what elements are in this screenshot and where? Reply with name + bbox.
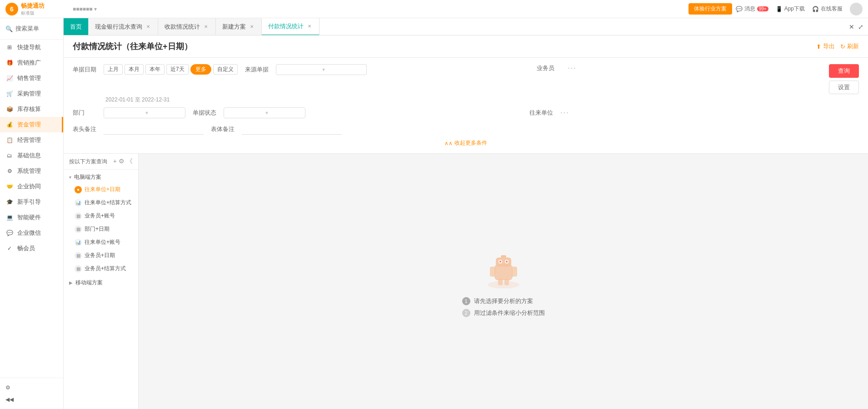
collapse-more-button[interactable]: ∧∧ 收起更多条件 — [73, 139, 859, 147]
scheme-item-agent-account[interactable]: ▦ 业务员+账号 — [64, 209, 138, 222]
voucher-status-select[interactable]: ▾ — [224, 107, 305, 118]
date-7days[interactable]: 近7天 — [166, 64, 189, 75]
sidebar-item-label: 采购管理 — [17, 90, 41, 98]
sidebar-item-purchase[interactable]: 🛒 采购管理 — [0, 86, 63, 101]
tab-new-plan-close[interactable]: ✕ — [249, 24, 255, 30]
sidebar-item-label: 畅会员 — [17, 244, 35, 252]
counterpart-label: 往来单位 — [529, 109, 557, 117]
mobile-scheme-group: ▶ 移动端方案 — [64, 275, 138, 288]
empty-illustration — [481, 246, 526, 292]
messages-badge: 99+ — [757, 6, 768, 11]
setting-button[interactable]: 设置 — [829, 81, 859, 94]
collapse-label: 收起更多条件 — [454, 139, 487, 147]
sidebar-item-weixin[interactable]: 💬 企业微信 — [0, 225, 63, 241]
scheme-item-agent-settlement[interactable]: ▦ 业务员+结算方式 — [64, 262, 138, 275]
scheme-collapse-icon[interactable]: 《 — [126, 157, 133, 166]
sidebar-item-basic-info[interactable]: 🗂 基础信息 — [0, 148, 63, 163]
table-head-note-input[interactable] — [104, 124, 204, 135]
tab-new-plan-label: 新建方案 — [222, 23, 246, 31]
empty-steps: 1 请先选择要分析的方案 2 用过滤条件来缩小分析范围 — [462, 297, 545, 317]
scheme-item-counterpart-date[interactable]: ● 往来单位+日期 — [64, 183, 138, 196]
logo-area: 6 畅捷通坊 标准版 — [5, 2, 69, 16]
sidebar-item-marketing[interactable]: 🎁 营销推广 — [0, 55, 63, 71]
scheme-item-agent-date[interactable]: ▦ 业务员+日期 — [64, 249, 138, 262]
sidebar-item-hardware[interactable]: 💻 智能硬件 — [0, 210, 63, 225]
scheme-group-desktop-header[interactable]: ▾ 电脑端方案 — [64, 170, 138, 183]
search-icon: 🔍 — [5, 25, 13, 32]
search-menu[interactable]: 🔍 搜索菜单 — [0, 22, 63, 35]
tab-bank-close[interactable]: ✕ — [145, 24, 151, 30]
app-download-button[interactable]: 📱 App下载 — [776, 5, 805, 13]
sidebar-item-operations[interactable]: 📋 经营管理 — [0, 132, 63, 148]
refresh-button[interactable]: ↻ 刷新 — [840, 42, 859, 50]
scheme-item-counterpart-settlement[interactable]: 📊 往来单位+结算方式 — [64, 196, 138, 209]
counterpart-dots[interactable]: ··· — [560, 109, 569, 117]
scheme-add-icon[interactable]: + — [113, 157, 117, 166]
sidebar-item-sales[interactable]: 📈 销售管理 — [0, 71, 63, 86]
sidebar-item-label: 销售管理 — [17, 74, 41, 82]
query-button[interactable]: 查询 — [829, 64, 859, 78]
mobile-group-label: 移动端方案 — [75, 279, 103, 287]
sidebar-item-quick-nav[interactable]: ⊞ 快捷导航 — [0, 40, 63, 55]
sidebar-item-label: 经营管理 — [17, 136, 41, 144]
tab-bank[interactable]: 现金银行流水查询 ✕ — [89, 18, 158, 35]
close-window-icon[interactable]: ✕ — [849, 23, 854, 30]
agent-dots[interactable]: ··· — [568, 64, 576, 72]
sidebar-top: 🔍 搜索菜单 — [0, 18, 63, 40]
sidebar-item-label: 资金管理 — [17, 121, 41, 129]
service-icon: 🎧 — [812, 6, 819, 12]
desktop-group-chevron: ▾ — [69, 175, 71, 180]
sidebar-item-label: 系统管理 — [17, 167, 41, 175]
svg-point-8 — [506, 261, 508, 263]
refresh-label: 刷新 — [847, 42, 859, 50]
maximize-icon[interactable]: ⤢ — [858, 23, 863, 30]
dept-select[interactable]: ▾ — [104, 107, 185, 118]
date-this-month[interactable]: 本月 — [125, 64, 144, 75]
app-download-label: App下载 — [784, 5, 805, 13]
date-last-month[interactable]: 上月 — [104, 64, 123, 75]
sidebar-item-collab[interactable]: 🤝 企业协同 — [0, 179, 63, 194]
date-more[interactable]: 更多 — [190, 64, 211, 75]
experience-button[interactable]: 体验行业方案 — [688, 3, 732, 15]
messages-button[interactable]: 💬 消息 99+ — [736, 5, 768, 13]
logo-name: 畅捷通坊 — [21, 2, 45, 10]
sidebar-item-label: 企业微信 — [17, 229, 41, 237]
tab-payments-close[interactable]: ✕ — [306, 23, 313, 30]
sidebar-item-member[interactable]: ✓ 畅会员 — [0, 241, 63, 256]
table-body-note-input[interactable] — [242, 124, 342, 135]
sidebar-collapse[interactable]: ◀◀ — [0, 394, 63, 405]
collab-icon: 🤝 — [5, 182, 14, 191]
tab-new-plan[interactable]: 新建方案 ✕ — [216, 18, 262, 35]
tab-home[interactable]: 首页 — [64, 18, 89, 35]
sidebar-item-inventory[interactable]: 📦 库存核算 — [0, 101, 63, 117]
svg-rect-4 — [496, 258, 511, 267]
sidebar-item-finance[interactable]: 💰 资金管理 — [0, 117, 63, 132]
desktop-scheme-group: ▾ 电脑端方案 ● 往来单位+日期 📊 往来单位+结算方式 ▦ 业务员+账号 — [64, 170, 138, 275]
scheme-item-dept-date[interactable]: ▦ 部门+日期 — [64, 222, 138, 236]
export-button[interactable]: ⬆ 导出 — [816, 42, 835, 50]
basic-info-icon: 🗂 — [5, 151, 14, 160]
tab-receipts[interactable]: 收款情况统计 ✕ — [158, 18, 216, 35]
mobile-group-chevron: ▶ — [69, 280, 73, 285]
source-select[interactable]: ▾ — [276, 64, 367, 75]
dept-chevron: ▾ — [145, 110, 181, 116]
header-breadcrumb: ■■■■■■ ▾ — [73, 6, 685, 12]
hardware-icon: 💻 — [5, 213, 14, 222]
scheme-item-counterpart-account[interactable]: 📊 往来单位+账号 — [64, 236, 138, 249]
online-service-button[interactable]: 🎧 在线客服 — [812, 5, 843, 13]
scheme-group-mobile-header[interactable]: ▶ 移动端方案 — [64, 275, 138, 288]
scheme-item-icon-4: 📊 — [75, 239, 82, 246]
messages-label: 消息 — [744, 5, 755, 13]
user-avatar[interactable] — [850, 3, 863, 15]
sidebar-settings[interactable]: ⚙ — [0, 382, 63, 394]
tab-receipts-close[interactable]: ✕ — [203, 24, 209, 30]
online-service-label: 在线客服 — [821, 5, 843, 13]
scheme-settings-icon[interactable]: ⚙ — [119, 157, 125, 166]
svg-point-0 — [488, 281, 519, 288]
sidebar-item-system[interactable]: ⚙ 系统管理 — [0, 163, 63, 179]
tab-payments[interactable]: 付款情况统计 ✕ — [262, 18, 319, 35]
date-this-year[interactable]: 本年 — [145, 64, 165, 75]
collapse-icon: ◀◀ — [5, 396, 14, 403]
date-custom[interactable]: 自定义 — [213, 64, 238, 75]
sidebar-item-guide[interactable]: 🎓 新手引导 — [0, 194, 63, 210]
